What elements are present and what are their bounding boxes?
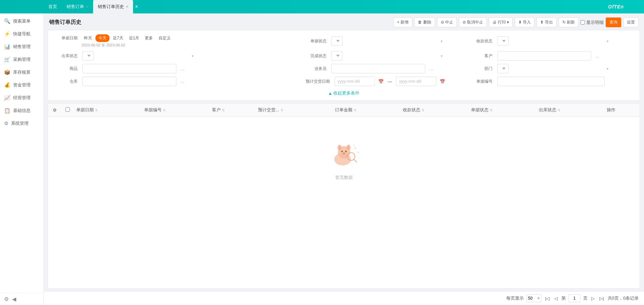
- complete-status-label: 完成状态: [302, 53, 329, 59]
- sidebar-item-search-menu-label: 搜索菜单: [13, 18, 31, 24]
- table-select-all-checkbox[interactable]: [66, 107, 70, 112]
- import-button[interactable]: ⬇ 导入: [515, 17, 534, 27]
- complete-status-select[interactable]: [331, 51, 343, 61]
- tab-home[interactable]: 首页: [44, 0, 62, 13]
- sidebar-item-quick-nav[interactable]: ⚡ 快捷导航: [0, 28, 43, 40]
- page-header: 销售订单历史 + 新增 🗑 删除 ⊘ 中止 ⊘ 取消中止 🖨 打印 ▾ ⬇ 导入…: [44, 13, 644, 30]
- th-bill-status[interactable]: 单据状态 ⇅: [468, 104, 536, 117]
- svg-point-8: [342, 151, 343, 152]
- th-bill-no[interactable]: 单据编号 ⇅: [141, 104, 209, 117]
- query-button[interactable]: 查询: [606, 17, 621, 27]
- sidebar-settings-icon[interactable]: ⚙: [4, 296, 9, 302]
- refresh-button[interactable]: ↻ 刷新: [559, 17, 578, 27]
- show-detail-checkbox[interactable]: [581, 20, 585, 25]
- warehouse-ellipsis[interactable]: ...: [178, 79, 186, 84]
- sidebar-item-sys-mgmt[interactable]: ⚙ 系统管理: [0, 117, 43, 130]
- th-amount[interactable]: 订单金额 ⇅: [332, 104, 400, 117]
- finance-icon: 💰: [4, 82, 10, 88]
- svg-text:✦: ✦: [352, 143, 355, 147]
- dept-select[interactable]: [497, 64, 509, 73]
- bill-status-select[interactable]: [331, 36, 343, 46]
- tab-sales-order[interactable]: 销售订单 ×: [62, 0, 93, 13]
- calendar-to-icon[interactable]: 📅: [440, 79, 445, 84]
- page-last-btn[interactable]: ▷|: [598, 296, 605, 301]
- th-amount-sort[interactable]: ⇅: [354, 108, 356, 112]
- table-settings-col[interactable]: ⚙: [48, 104, 61, 117]
- show-detail-checkbox-label[interactable]: 显示明细: [581, 20, 604, 26]
- sales-mgmt-icon: 📊: [4, 44, 10, 50]
- content-area: 销售订单历史 + 新增 🗑 删除 ⊘ 中止 ⊘ 取消中止 🖨 打印 ▾ ⬇ 导入…: [44, 13, 644, 305]
- th-expected-date-sort[interactable]: ⇅: [281, 108, 283, 112]
- filter-panel: 单据日期 昨天 今天 近7天 近1月 更多 自定义 2023-06-02 至 2…: [48, 30, 640, 101]
- sidebar-item-finance[interactable]: 💰 资金管理: [0, 79, 43, 91]
- page-next-btn[interactable]: ▷: [590, 296, 596, 301]
- cancel-stop-button[interactable]: ⊘ 取消中止: [459, 17, 487, 27]
- expected-date-to-input[interactable]: yyyy-mm-dd: [396, 77, 436, 86]
- th-payment-status-sort[interactable]: ⇅: [422, 108, 424, 112]
- tab-sales-order-history[interactable]: 销售订单历史 ×: [93, 0, 133, 13]
- payment-status-select[interactable]: [497, 36, 509, 46]
- date-btn-custom[interactable]: 自定义: [156, 34, 173, 42]
- th-bill-no-sort[interactable]: ⇅: [163, 108, 166, 112]
- new-button[interactable]: + 新增: [393, 17, 412, 27]
- export-button[interactable]: ⬆ 导出: [536, 17, 556, 27]
- sidebar-collapse-icon[interactable]: ◀: [12, 296, 16, 302]
- sidebar-item-search-menu[interactable]: 🔍 搜索菜单: [0, 15, 43, 28]
- page-prev-btn[interactable]: ◁: [553, 296, 559, 301]
- sidebar-item-sys-mgmt-label: 系统管理: [11, 120, 29, 126]
- print-button[interactable]: 🖨 打印 ▾: [489, 17, 513, 27]
- out-status-select[interactable]: [82, 51, 94, 61]
- sidebar-item-operations[interactable]: 📈 经营管理: [0, 91, 43, 104]
- customer-input[interactable]: [497, 51, 591, 61]
- page-size-select[interactable]: 50 10 20 100: [526, 294, 542, 302]
- sidebar-item-operations-label: 经营管理: [13, 95, 31, 101]
- stop-button[interactable]: ⊘ 中止: [437, 17, 457, 27]
- th-payment-status[interactable]: 收款状态 ⇅: [400, 104, 468, 117]
- sidebar-item-purchase-mgmt[interactable]: 🛒 采购管理: [0, 53, 43, 66]
- date-dash: —: [386, 79, 394, 84]
- th-customer-sort[interactable]: ⇅: [222, 108, 225, 112]
- th-expected-date[interactable]: 预计交货... ⇅: [255, 104, 333, 117]
- date-btn-last7[interactable]: 近7天: [111, 34, 126, 42]
- page-first-btn[interactable]: |◁: [544, 296, 551, 301]
- page-number-input[interactable]: [568, 294, 581, 302]
- th-action-label: 操作: [607, 107, 615, 113]
- date-btn-yesterday[interactable]: 昨天: [82, 34, 94, 42]
- date-buttons: 昨天 今天 近7天 近1月 更多 自定义: [82, 34, 173, 42]
- salesperson-input[interactable]: [331, 64, 425, 73]
- customer-ellipsis[interactable]: ...: [593, 53, 601, 59]
- table-checkbox-col[interactable]: [61, 104, 74, 117]
- page-unit: 页: [583, 295, 588, 301]
- tab-sales-order-history-close[interactable]: ×: [126, 4, 128, 9]
- goods-input[interactable]: [82, 64, 176, 73]
- th-out-status-sort[interactable]: ⇅: [558, 108, 560, 112]
- th-out-status[interactable]: 出库状态 ⇅: [536, 104, 604, 117]
- calendar-from-icon[interactable]: 📅: [378, 79, 384, 84]
- filter-row-3: 商品 ... 业务员 ... 部门 ▾: [53, 64, 634, 73]
- date-btn-more[interactable]: 更多: [142, 34, 155, 42]
- settings-button[interactable]: 设置: [623, 17, 639, 27]
- tab-sales-order-close[interactable]: ×: [86, 4, 88, 9]
- window-close-btn[interactable]: ×: [133, 4, 140, 10]
- warehouse-input[interactable]: [82, 77, 176, 86]
- th-date-sort[interactable]: ⇅: [95, 108, 98, 112]
- collapse-row[interactable]: ▲ 收起更多条件: [53, 89, 634, 96]
- th-bill-status-sort[interactable]: ⇅: [490, 108, 492, 112]
- date-btn-today[interactable]: 今天: [95, 34, 110, 42]
- bill-no-input[interactable]: [497, 77, 605, 86]
- delete-button[interactable]: 🗑 删除: [414, 17, 435, 27]
- date-btn-last1m[interactable]: 近1月: [127, 34, 142, 42]
- expected-date-from-input[interactable]: yyyy-mm-dd: [335, 77, 375, 86]
- goods-ellipsis[interactable]: ...: [178, 66, 186, 71]
- th-date[interactable]: 单据日期 ⇅: [74, 104, 141, 117]
- table-settings-icon[interactable]: ⚙: [53, 108, 57, 113]
- th-out-status-label: 出库状态: [539, 107, 556, 113]
- tab-sales-order-history-label: 销售订单历史: [98, 4, 124, 10]
- inventory-icon: 📦: [4, 69, 10, 75]
- sidebar-item-inventory[interactable]: 📦 库存核算: [0, 66, 43, 79]
- salesperson-ellipsis[interactable]: ...: [427, 66, 435, 71]
- th-customer[interactable]: 客户 ⇅: [209, 104, 255, 117]
- page-size-label: 每页显示: [506, 295, 524, 301]
- sidebar-item-base-info[interactable]: 📋 基础信息: [0, 104, 43, 117]
- sidebar-item-sales-mgmt[interactable]: 📊 销售管理: [0, 40, 43, 53]
